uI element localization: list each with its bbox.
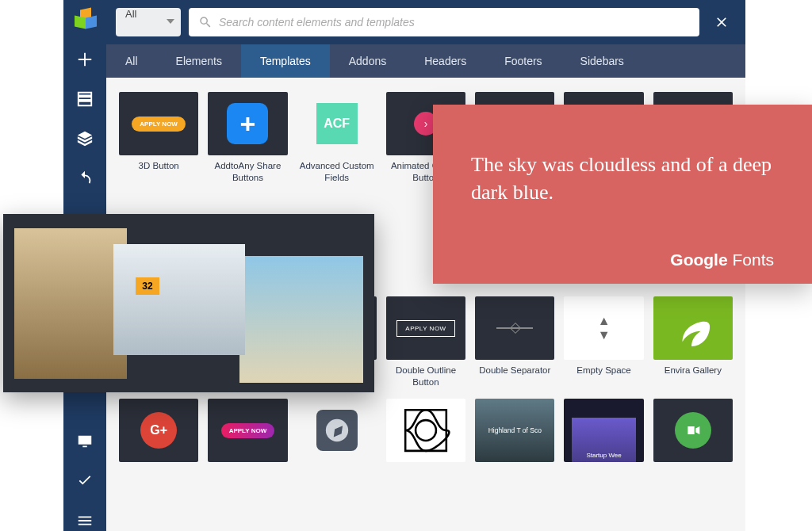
gfonts-sample-text: The sky was cloudless and of a deep dark… (471, 151, 774, 206)
acf-logo-icon: ACF (316, 103, 358, 144)
card-acf[interactable]: ACF Advanced Custom Fields (297, 92, 377, 183)
card-envira[interactable]: Envira Gallery (653, 296, 733, 388)
card-label: 3D Button (139, 160, 179, 182)
layers-icon[interactable] (75, 128, 95, 149)
google-plus-icon: G+ (140, 412, 177, 449)
filter-select[interactable]: All (116, 8, 181, 36)
card-gplus[interactable]: G+ (119, 399, 198, 489)
tab-sidebars[interactable]: Sidebars (561, 44, 643, 78)
tab-elements[interactable]: Elements (157, 44, 241, 78)
desktop-view-icon[interactable] (75, 431, 95, 452)
card-3d-button[interactable]: APPLY NOW 3D Button (119, 92, 198, 183)
close-button[interactable] (707, 8, 736, 36)
button-preview: APPLY NOW (221, 423, 275, 438)
card-highland[interactable]: Highland T of Sco (475, 399, 554, 489)
filter-value: All (125, 8, 136, 20)
card-double-separator[interactable]: Double Separator (475, 296, 554, 388)
publish-icon[interactable] (75, 471, 95, 491)
separator-icon (496, 327, 533, 329)
tab-footers[interactable]: Footers (485, 44, 561, 78)
tab-all[interactable]: All (106, 44, 157, 78)
carousel-image-2[interactable] (113, 244, 245, 355)
startup-preview: Startup Wee (572, 452, 635, 459)
carousel-image-1[interactable] (14, 228, 127, 379)
google-fonts-logo: Google Fonts (670, 250, 774, 269)
card-ornate[interactable] (386, 399, 465, 489)
chevron-down-icon (167, 19, 174, 24)
card-double-outline[interactable]: APPLY NOW Double Outline Button (386, 296, 465, 388)
search-icon (198, 15, 213, 29)
card-label: Double Separator (479, 365, 550, 387)
card-gravity[interactable] (297, 399, 377, 489)
tab-headers[interactable]: Headers (405, 44, 485, 78)
svg-point-0 (416, 420, 436, 441)
card-video[interactable] (653, 399, 733, 489)
highland-preview: Highland T of Sco (475, 399, 554, 462)
logo-icon[interactable] (75, 10, 95, 30)
plus-icon: + (227, 103, 268, 144)
card-label: Envira Gallery (665, 365, 722, 387)
button-preview: APPLY NOW (396, 320, 454, 337)
card-label: Empty Space (576, 365, 630, 387)
search-input[interactable] (219, 16, 690, 29)
card-startup[interactable]: Startup Wee (564, 399, 643, 489)
menu-icon[interactable] (75, 510, 95, 531)
tab-addons[interactable]: Addons (330, 44, 405, 78)
image-carousel-overlay (3, 214, 374, 392)
gravity-icon (316, 410, 358, 451)
undo-icon[interactable] (75, 168, 95, 189)
close-icon (714, 14, 730, 30)
card-label: Double Outline Button (386, 365, 465, 388)
video-icon (675, 412, 711, 449)
template-icon[interactable] (75, 89, 95, 109)
card-label: Advanced Custom Fields (297, 160, 377, 183)
add-icon[interactable] (75, 49, 95, 70)
expand-icon: ▲▼ (598, 314, 611, 342)
tab-templates[interactable]: Templates (241, 44, 330, 78)
leaf-icon (653, 296, 733, 360)
google-fonts-overlay: The sky was cloudless and of a deep dark… (433, 105, 812, 284)
3d-button-preview: APPLY NOW (132, 117, 186, 132)
search-box[interactable] (189, 8, 699, 36)
top-bar: All (106, 0, 745, 44)
card-addtoany[interactable]: + AddtoAny Share Buttons (208, 92, 287, 183)
card-gradient-btn[interactable]: APPLY NOW (208, 399, 287, 489)
ornate-icon (386, 399, 465, 462)
card-label: AddtoAny Share Buttons (208, 160, 287, 183)
carousel-image-3[interactable] (239, 256, 363, 383)
card-empty-space[interactable]: ▲▼ Empty Space (564, 296, 643, 388)
category-tabs: All Elements Templates Addons Headers Fo… (106, 44, 745, 78)
